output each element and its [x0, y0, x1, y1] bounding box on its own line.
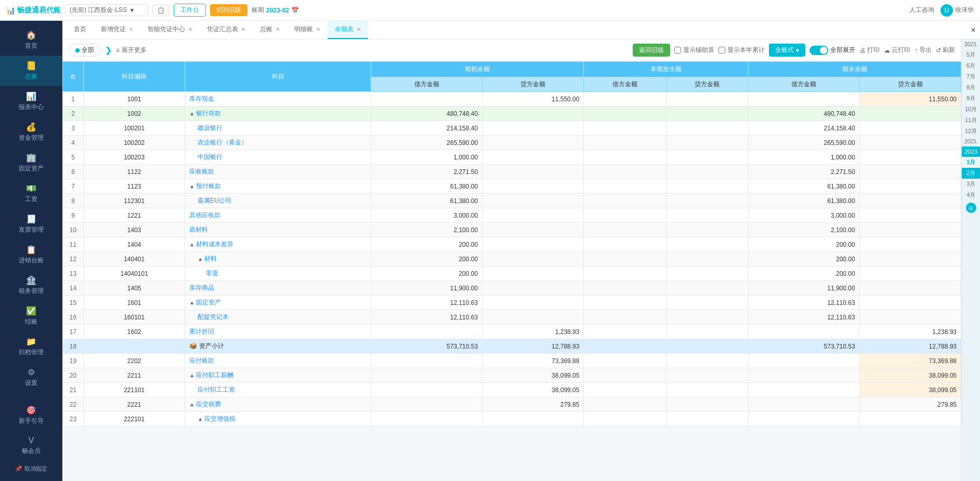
close-icon[interactable]: ✕: [241, 26, 245, 32]
account-name[interactable]: 原材料: [185, 223, 371, 237]
sidebar-item-reports[interactable]: 📊 报表中心: [0, 86, 62, 117]
expand-more-button[interactable]: ≡ 展开更多: [116, 46, 147, 55]
month-sep[interactable]: 9月: [962, 93, 980, 104]
account-name[interactable]: 应收账款: [185, 165, 371, 179]
return-old-button[interactable]: 返回旧版: [633, 44, 670, 57]
expand-all-toggle[interactable]: 全部展开: [809, 46, 855, 55]
workbench-button[interactable]: 工作台: [174, 4, 206, 17]
sidebar-item-assets[interactable]: 🏢 固定资产: [0, 148, 62, 178]
current-debit: [584, 106, 666, 121]
calendar-icon[interactable]: 📅: [291, 7, 299, 14]
sidebar-item-vip[interactable]: V 畅会员: [0, 431, 62, 461]
account-name[interactable]: 应付职工工资: [185, 383, 371, 397]
account-name[interactable]: ▲应交增值税: [185, 412, 371, 426]
current-credit: [666, 208, 748, 223]
sidebar-item-guide[interactable]: 🎯 新手引导: [0, 400, 62, 431]
account-name[interactable]: 📦资产小计: [185, 339, 371, 354]
month-oct[interactable]: 10月: [962, 104, 980, 115]
all-filter-button[interactable]: 全部: [69, 44, 101, 57]
pin-btn[interactable]: 📌 取消固定: [0, 461, 62, 477]
tab-home[interactable]: 首页: [67, 21, 94, 39]
sidebar-item-tax[interactable]: 🏦 税务管理: [0, 270, 62, 301]
month-feb[interactable]: 2月: [962, 168, 980, 179]
account-name[interactable]: 嘉属EU公司: [185, 194, 371, 208]
aux-checkbox-input[interactable]: [674, 47, 681, 54]
account-name[interactable]: 库存现金: [185, 92, 371, 106]
month-dec[interactable]: 12月: [962, 126, 980, 137]
close-icon[interactable]: ✕: [316, 26, 320, 32]
month-jun[interactable]: 6月: [962, 60, 980, 71]
toggle-switch[interactable]: [809, 46, 828, 55]
close-icon[interactable]: ✕: [188, 26, 192, 32]
sidebar-item-close[interactable]: ✅ 结账: [0, 301, 62, 331]
full-mode-button[interactable]: 全账式 ▾: [769, 44, 805, 57]
account-name[interactable]: 累计折旧: [185, 325, 371, 339]
current-debit: [584, 296, 666, 310]
account-name[interactable]: 零蛋: [185, 266, 371, 281]
account-name[interactable]: ▲材料成本差异: [185, 237, 371, 252]
table-row: 4100202农业银行（黄金）265,590.00265,590.00: [63, 136, 961, 150]
account-code: 221101: [84, 383, 185, 397]
tab-detail-ledger[interactable]: 明细账 ✕: [287, 21, 328, 39]
account-name[interactable]: ▲银行存款: [185, 106, 371, 121]
company-selector[interactable]: (先前) 江西股金-LSS ▼: [65, 4, 148, 16]
tab-voucher-summary[interactable]: 凭证汇总表 ✕: [200, 21, 253, 39]
account-name[interactable]: ▲预付账款: [185, 179, 371, 194]
month-aug[interactable]: 8月: [962, 82, 980, 93]
account-code: 112301: [84, 194, 185, 208]
account-name[interactable]: 农业银行（黄金）: [185, 136, 371, 150]
consult-label[interactable]: 人工咨询: [909, 6, 934, 15]
cloud-print-button[interactable]: ☁ 云打印: [884, 46, 910, 55]
sidebar-item-ledger[interactable]: 📒 总账: [0, 56, 62, 86]
ytd-checkbox-input[interactable]: [718, 47, 725, 54]
account-name[interactable]: ▲应付职工薪酬: [185, 368, 371, 383]
export-button[interactable]: ↑ 导出: [914, 46, 932, 55]
account-name[interactable]: ▲应交税费: [185, 397, 371, 412]
account-name[interactable]: 应付账款: [185, 354, 371, 368]
sidebar-item-funds[interactable]: 💰 资金管理: [0, 117, 62, 148]
account-name[interactable]: 建设银行: [185, 121, 371, 136]
sidebar-item-archive[interactable]: 📁 归档管理: [0, 331, 62, 362]
expand-right-btn[interactable]: ◎: [966, 203, 976, 213]
sidebar-item-label: 畅会员: [22, 447, 41, 456]
month-mar[interactable]: 3月: [962, 179, 980, 190]
switch-version-button[interactable]: 切到旧版: [210, 4, 247, 16]
year-2023[interactable]: 2023: [962, 146, 980, 157]
copy-icon[interactable]: 📋: [152, 5, 169, 16]
show-aux-checkbox[interactable]: 显示辅助算: [674, 46, 714, 55]
account-name[interactable]: ▲材料: [185, 252, 371, 266]
ps-credit: [482, 412, 584, 426]
month-may[interactable]: 5月: [962, 49, 980, 60]
tab-general-ledger[interactable]: 总账 ✕: [253, 21, 287, 39]
sidebar-item-salary[interactable]: 💵 工资: [0, 178, 62, 209]
current-debit: [584, 266, 666, 281]
month-apr[interactable]: 4月: [962, 190, 980, 201]
sidebar-item-settings[interactable]: ⚙ 设置: [0, 362, 62, 393]
show-ytd-checkbox[interactable]: 显示本年累计: [718, 46, 765, 55]
account-name[interactable]: 配提凭记本: [185, 310, 371, 325]
account-name[interactable]: 库存商品: [185, 281, 371, 296]
sidebar-item-home[interactable]: 🏠 首页: [0, 25, 62, 56]
ps-debit: 2,271.50: [371, 165, 482, 179]
close-all-btn[interactable]: ✕: [971, 26, 976, 34]
close-icon[interactable]: ✕: [129, 26, 133, 32]
month-jul[interactable]: 7月: [962, 71, 980, 82]
month-nov[interactable]: 11月: [962, 115, 980, 126]
account-name[interactable]: 其他应收款: [185, 208, 371, 223]
month-jan[interactable]: 1月: [962, 157, 980, 168]
refresh-button[interactable]: ↺ 刷新: [936, 46, 955, 55]
ps-debit: 265,590.00: [371, 136, 482, 150]
pe-credit: [859, 165, 961, 179]
sidebar-item-purchase[interactable]: 📋 进销台账: [0, 239, 62, 270]
account-name[interactable]: ▲固定资产: [185, 296, 371, 310]
close-icon[interactable]: ✕: [276, 26, 280, 32]
print-button[interactable]: 🖨 打印: [859, 46, 880, 55]
account-name[interactable]: 中国银行: [185, 150, 371, 165]
tab-smart-voucher[interactable]: 智能凭证中心 ✕: [140, 21, 200, 39]
close-icon[interactable]: ✕: [357, 26, 361, 32]
th-settings[interactable]: ⚙: [63, 62, 84, 92]
pe-credit: [859, 296, 961, 310]
tab-balance-sheet[interactable]: 余额表 ✕: [328, 21, 368, 39]
tab-new-voucher[interactable]: 新增凭证 ✕: [94, 21, 140, 39]
sidebar-item-invoices[interactable]: 🧾 发票管理: [0, 209, 62, 239]
